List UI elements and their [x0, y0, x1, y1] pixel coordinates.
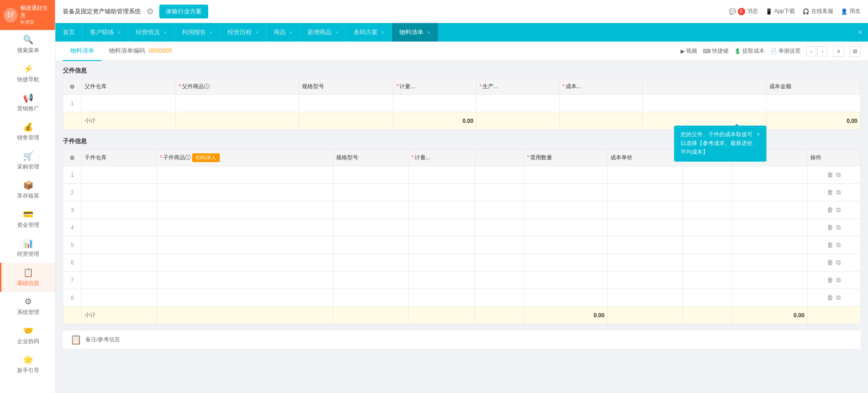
child-subtotal-qty: 0.00: [524, 307, 608, 324]
sidebar-logo: 好 畅捷通好生意 标准版: [0, 0, 55, 30]
sidebar-item-collab[interactable]: 🤝 企业协同: [0, 321, 55, 350]
parent-row-1-spec[interactable]: [299, 95, 393, 112]
child-subtotal-label: 小计: [82, 307, 157, 324]
copy-icon-7[interactable]: ⧉: [836, 276, 841, 284]
tab-ops-status[interactable]: 经营情况 ×: [128, 23, 174, 42]
service-action[interactable]: 🎧 在线客服: [802, 7, 833, 15]
message-action[interactable]: 💬 6 消息: [729, 7, 758, 15]
child-row-1-unit[interactable]: [409, 166, 475, 184]
copy-icon-1[interactable]: ⧉: [836, 171, 841, 179]
message-label: 消息: [747, 7, 758, 15]
sidebar-item-system[interactable]: ⚙ 系统管理: [0, 292, 55, 321]
child-col-goods: *子件商品ⓘ 扫码录入: [157, 150, 333, 166]
sub-tab-list[interactable]: 物料清单: [63, 42, 102, 61]
sidebar-item-promo[interactable]: 📢 营销推广: [0, 88, 55, 117]
delete-icon-4[interactable]: 🗑: [827, 224, 833, 231]
child-col-settings[interactable]: ⚙: [63, 150, 82, 166]
bottom-icon: 📋: [70, 334, 82, 345]
child-row-1-spec[interactable]: [333, 166, 409, 184]
delete-icon-8[interactable]: 🗑: [827, 294, 833, 302]
delete-icon-1[interactable]: 🗑: [827, 171, 833, 179]
tab-profit[interactable]: 利润报告 ×: [175, 23, 220, 42]
sidebar-item-nav[interactable]: ⚡ 快捷导航: [0, 59, 55, 88]
sidebar-item-purchase[interactable]: 🛒 采购管理: [0, 146, 55, 175]
child-row-1-qty[interactable]: [524, 166, 608, 184]
message-badge: 6: [738, 8, 745, 15]
video-tool[interactable]: ▶ 视频: [681, 47, 697, 55]
search-icon: 🔍: [23, 35, 33, 45]
inventory-icon: 📦: [23, 180, 33, 190]
user-action[interactable]: 👤 用友: [841, 7, 861, 15]
child-row-1-warehouse[interactable]: [82, 166, 157, 184]
collab-icon: 🤝: [23, 326, 33, 336]
sidebar-item-inventory[interactable]: 📦 库存核算: [0, 175, 55, 205]
sidebar-item-guide[interactable]: 🌟 新手引导: [0, 350, 55, 379]
sidebar-item-ops[interactable]: 📊 经营管理: [0, 234, 55, 263]
tab-new-goods-close[interactable]: ×: [335, 30, 338, 35]
delete-icon-7[interactable]: 🗑: [827, 276, 833, 284]
scan-button[interactable]: 扫码录入: [192, 153, 220, 162]
parent-table-header: ⚙ 父件仓库 *父件商品ⓘ 规格型号 *计量... *生产... *成本... …: [63, 79, 861, 95]
parent-col-settings[interactable]: ⚙: [63, 79, 82, 95]
tab-barcode-close[interactable]: ×: [381, 30, 384, 35]
tab-profit-close[interactable]: ×: [210, 30, 212, 35]
copy-icon-5[interactable]: ⧉: [836, 241, 841, 249]
trial-button[interactable]: 体验行业方案: [159, 5, 208, 18]
tab-home[interactable]: 首页: [55, 23, 83, 42]
list-view-btn[interactable]: ⊞: [850, 46, 861, 57]
tooltip-close[interactable]: ×: [757, 130, 760, 139]
parent-row-1-unit[interactable]: [393, 95, 476, 112]
delete-icon-5[interactable]: 🗑: [827, 241, 833, 249]
delete-icon-3[interactable]: 🗑: [827, 206, 833, 214]
single-tool[interactable]: 📄 单据设置: [770, 47, 801, 55]
parent-row-1-goods[interactable]: [176, 95, 299, 112]
tab-history[interactable]: 经营历程 ×: [220, 23, 266, 42]
settings-icon[interactable]: ⚙: [146, 6, 154, 17]
copy-icon-3[interactable]: ⧉: [836, 206, 841, 214]
copy-icon-2[interactable]: ⧉: [836, 188, 841, 196]
parent-col-cost: *成本...: [559, 79, 642, 95]
tab-ops-status-close[interactable]: ×: [163, 30, 166, 35]
prev-arrow[interactable]: ‹: [806, 46, 816, 56]
parent-row-1-cost[interactable]: [559, 95, 642, 112]
tab-bom-close[interactable]: ×: [427, 30, 430, 35]
copy-icon-6[interactable]: ⧉: [836, 259, 841, 266]
tab-new-goods[interactable]: 新增商品 ×: [300, 23, 346, 42]
parent-row-1-amount: [766, 95, 860, 112]
basic-icon: 📋: [23, 267, 33, 278]
tab-goods-close[interactable]: ×: [289, 30, 292, 35]
sidebar-item-search[interactable]: 🔍 搜索菜单: [0, 30, 55, 59]
close-all-tabs[interactable]: ×: [853, 28, 868, 36]
copy-icon-8[interactable]: ⧉: [836, 294, 841, 302]
tab-customers[interactable]: 客户联络 ×: [83, 23, 128, 42]
message-icon: 💬: [729, 8, 736, 15]
copy-icon-4[interactable]: ⧉: [836, 224, 841, 231]
parent-row-1-prod[interactable]: [476, 95, 560, 112]
tab-history-close[interactable]: ×: [255, 30, 258, 35]
parent-row-1-warehouse[interactable]: [82, 95, 176, 112]
shortcut-tool[interactable]: ⌨ 快捷键: [703, 47, 729, 55]
sub-tab-code[interactable]: 物料清单编码 0000005: [102, 42, 180, 61]
delete-icon-6[interactable]: 🗑: [827, 259, 833, 266]
sidebar-item-basic[interactable]: 📋 基础信息: [0, 263, 55, 292]
sidebar-item-finance[interactable]: 💳 资金管理: [0, 205, 55, 234]
child-row-1-goods[interactable]: [157, 166, 333, 184]
child-table: ⚙ 子件仓库 *子件商品ⓘ 扫码录入 规格型号 *计量... *需用数量 成本单…: [63, 149, 861, 324]
tab-goods[interactable]: 商品 ×: [266, 23, 300, 42]
delete-icon-2[interactable]: 🗑: [827, 188, 833, 196]
next-arrow[interactable]: ›: [817, 46, 827, 56]
child-col-warehouse: 子件仓库: [82, 150, 157, 166]
video-icon: ▶: [681, 48, 685, 54]
child-col-unit-cost: 成本单价: [608, 150, 683, 166]
user-icon: 👤: [841, 8, 848, 15]
child-row-1-unit-cost[interactable]: [608, 166, 683, 184]
parent-col-amount: 成本金额: [766, 79, 860, 95]
child-col-spec: 规格型号: [333, 150, 409, 166]
app-download-action[interactable]: 📱 App下载: [766, 7, 795, 15]
tab-barcode[interactable]: 条码方案 ×: [346, 23, 392, 42]
sidebar-item-sales[interactable]: 💰 销售管理: [0, 117, 55, 146]
cost-tool[interactable]: 💲 提取成本: [734, 47, 765, 55]
tab-customers-close[interactable]: ×: [118, 30, 121, 35]
grid-view-btn[interactable]: ≡: [833, 46, 844, 57]
tab-bom[interactable]: 物料清单 ×: [392, 23, 438, 42]
